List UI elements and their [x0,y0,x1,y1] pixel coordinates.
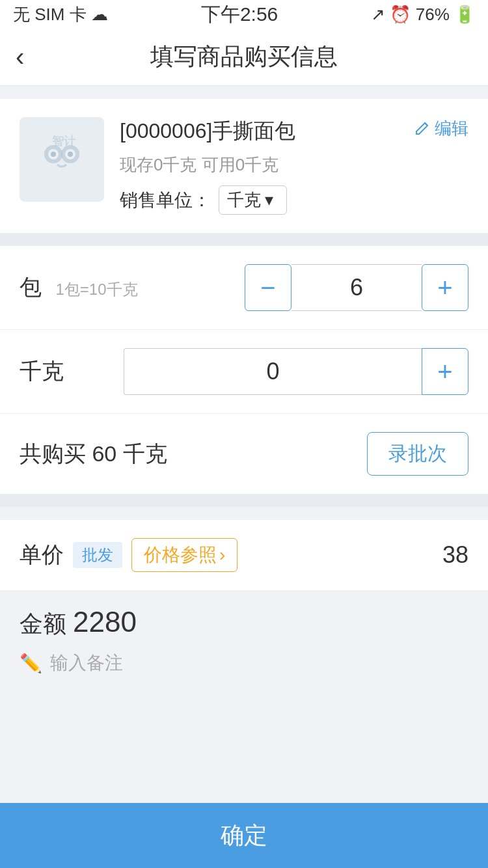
qty-kg-controls: + [124,348,468,395]
qty-kg-input[interactable] [124,348,422,395]
qty-bag-input[interactable] [291,264,422,311]
price-value: 38 [442,541,468,569]
amount-section: 金额 2280 ✏️ 输入备注 [0,590,488,686]
status-bar: 无 SIM 卡 ☁ 下午2:56 ↗ ⏰ 76% 🔋 [0,0,488,29]
svg-point-5 [68,152,73,157]
qty-bag-label: 包 1包=10千克 [20,273,245,303]
qty-bag-hint: 1包=10千克 [55,280,137,298]
product-info: [0000006]手撕面包 编辑 现存0千克 可用0千克 销售单位： 千克 ▾ [120,117,468,215]
amount-value: 2280 [73,606,137,638]
status-time: 下午2:56 [201,1,278,28]
total-row: 共购买 60 千克 录批次 [0,413,488,494]
unit-label: 销售单位： [120,188,211,213]
product-image: 智计 [20,117,104,202]
confirm-bar[interactable]: 确定 [0,803,488,868]
price-label: 单价 [20,540,64,570]
sim-label: 无 SIM 卡 ☁ [13,3,108,26]
price-section: 单价 批发 价格参照 › 38 [0,520,488,590]
svg-point-4 [51,152,56,157]
product-unit-row: 销售单位： 千克 ▾ [120,185,468,215]
status-right: ↗ ⏰ 76% 🔋 [371,5,475,25]
qty-bag-controls: − + [245,264,468,311]
remark-placeholder: 输入备注 [50,651,123,675]
price-ref-button[interactable]: 价格参照 › [131,538,237,572]
unit-select[interactable]: 千克 ▾ [219,185,287,215]
total-text: 共购买 60 千克 [20,439,167,469]
quantity-section: 包 1包=10千克 − + 千克 + [0,246,488,413]
qty-bag-incr-button[interactable]: + [422,264,468,311]
pencil-icon: ✏️ [20,653,42,674]
page-title: 填写商品购买信息 [150,41,338,73]
status-left: 无 SIM 卡 ☁ [13,3,108,26]
amount-label: 金额 [20,610,66,637]
qty-bag-decr-button[interactable]: − [245,264,291,311]
amount-row: 金额 2280 [20,606,468,640]
product-image-placeholder: 智计 [33,127,91,193]
qty-kg-incr-button[interactable]: + [422,348,468,395]
battery-label: ↗ ⏰ 76% 🔋 [371,5,475,25]
qty-row-bag: 包 1包=10千克 − + [0,246,488,330]
product-card: 智计 [0000006]手撕面包 编辑 现存0千克 可用0千克 销售单位： 千克… [0,99,488,233]
product-name: [0000006]手撕面包 [120,117,295,146]
edit-button[interactable]: 编辑 [414,117,468,140]
svg-text:智计: 智计 [51,135,76,148]
back-button[interactable]: ‹ [16,42,24,72]
price-left: 单价 批发 价格参照 › [20,538,237,572]
remark-row[interactable]: ✏️ 输入备注 [20,651,468,675]
qty-kg-label: 千克 [20,357,124,387]
section-divider-2 [0,494,488,507]
confirm-button[interactable]: 确定 [221,820,267,852]
section-divider-1 [0,233,488,246]
batch-button[interactable]: 录批次 [367,432,468,476]
product-stock: 现存0千克 可用0千克 [120,154,468,176]
nav-bar: ‹ 填写商品购买信息 [0,29,488,86]
qty-row-kg: 千克 + [0,330,488,413]
price-tag: 批发 [73,542,122,568]
